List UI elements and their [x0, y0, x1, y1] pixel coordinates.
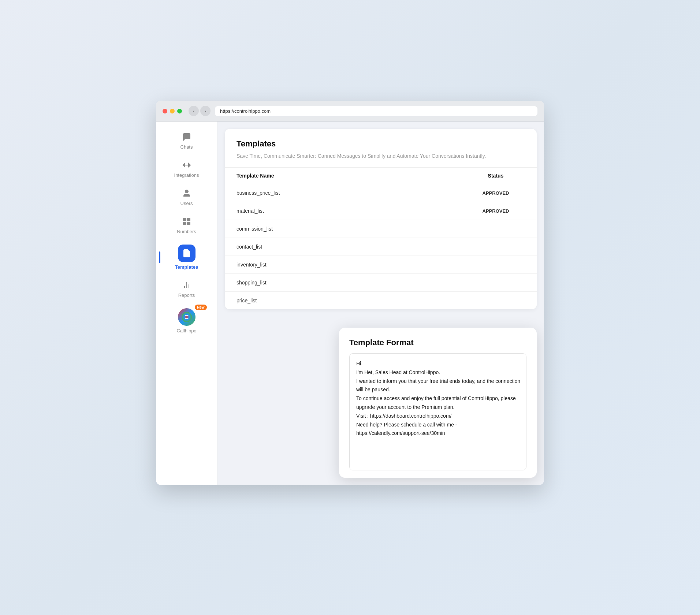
traffic-lights [163, 109, 182, 113]
table-row[interactable]: contact_list [225, 238, 537, 256]
cell-template-name: material_list [237, 208, 466, 214]
sidebar-item-label-callhippo: Callhippo [176, 328, 196, 333]
svg-rect-7 [183, 222, 186, 225]
sidebar-item-callhippo[interactable]: New Ca [163, 304, 211, 338]
main-content: Templates Save Time, Communicate Smarter… [217, 122, 544, 485]
numbers-icon [182, 216, 192, 227]
sidebar-item-label-users: Users [180, 201, 193, 206]
sidebar-item-label-numbers: Numbers [177, 229, 196, 234]
address-bar[interactable] [215, 106, 537, 116]
sidebar: Chats Integrations [156, 122, 217, 485]
new-badge: New [195, 305, 207, 310]
table-row[interactable]: inventory_list [225, 256, 537, 274]
svg-point-4 [185, 190, 188, 193]
close-button[interactable] [163, 109, 167, 113]
col-header-status: Status [466, 173, 525, 179]
cell-template-status: APPROVED [466, 190, 525, 196]
nav-buttons: ‹ › [189, 106, 211, 116]
templates-panel: Templates Save Time, Communicate Smarter… [225, 129, 537, 309]
template-format-text: Hi, I'm Het, Sales Head at ControlHippo.… [356, 359, 521, 438]
minimize-button[interactable] [170, 109, 175, 113]
svg-rect-8 [187, 222, 190, 225]
table-header: Template Name Status [225, 168, 537, 184]
table-row[interactable]: shopping_list [225, 274, 537, 292]
cell-template-name: inventory_list [237, 262, 466, 268]
sidebar-item-numbers[interactable]: Numbers [163, 212, 211, 239]
svg-rect-6 [187, 218, 190, 221]
templates-icon [178, 245, 196, 262]
col-header-name: Template Name [237, 173, 466, 179]
sidebar-item-chats[interactable]: Chats [163, 127, 211, 154]
table-row[interactable]: commission_list [225, 220, 537, 238]
templates-header: Templates Save Time, Communicate Smarter… [225, 129, 537, 168]
browser-titlebar: ‹ › [156, 101, 544, 122]
maximize-button[interactable] [177, 109, 182, 113]
cell-template-name: contact_list [237, 244, 466, 250]
users-icon [182, 188, 192, 198]
sidebar-item-label-chats: Chats [180, 144, 193, 150]
template-format-content[interactable]: Hi, I'm Het, Sales Head at ControlHippo.… [349, 353, 526, 470]
table-row[interactable]: business_price_list APPROVED [225, 184, 537, 202]
popup-title: Template Format [349, 338, 526, 347]
callhippo-icon [178, 308, 196, 326]
sidebar-item-users[interactable]: Users [163, 184, 211, 210]
cell-template-name: commission_list [237, 226, 466, 232]
sidebar-item-label-templates: Templates [175, 264, 198, 270]
integrations-icon [182, 160, 192, 170]
table-row[interactable]: material_list APPROVED [225, 202, 537, 220]
table-row[interactable]: price_list [225, 292, 537, 309]
cell-template-name: shopping_list [237, 280, 466, 286]
svg-rect-5 [183, 218, 186, 221]
chat-icon [182, 132, 192, 142]
sidebar-item-reports[interactable]: Reports [163, 276, 211, 302]
active-indicator [159, 251, 160, 263]
sidebar-item-label-reports: Reports [178, 292, 195, 298]
browser-content: Chats Integrations [156, 122, 544, 485]
sidebar-item-label-integrations: Integrations [174, 172, 199, 178]
template-format-popup: Template Format Hi, I'm Het, Sales Head … [339, 328, 537, 478]
browser-window: ‹ › Chats [156, 101, 544, 485]
cell-template-name: business_price_list [237, 190, 466, 196]
page-title: Templates [237, 139, 525, 149]
forward-button[interactable]: › [200, 106, 211, 116]
back-button[interactable]: ‹ [189, 106, 199, 116]
reports-icon [182, 280, 192, 290]
templates-table: Template Name Status business_price_list… [225, 168, 537, 309]
sidebar-item-templates[interactable]: Templates [163, 240, 211, 274]
svg-point-14 [182, 312, 192, 322]
cell-template-name: price_list [237, 298, 466, 303]
page-subtitle: Save Time, Communicate Smarter: Canned M… [237, 152, 525, 160]
sidebar-item-integrations[interactable]: Integrations [163, 156, 211, 182]
cell-template-status: APPROVED [466, 208, 525, 214]
